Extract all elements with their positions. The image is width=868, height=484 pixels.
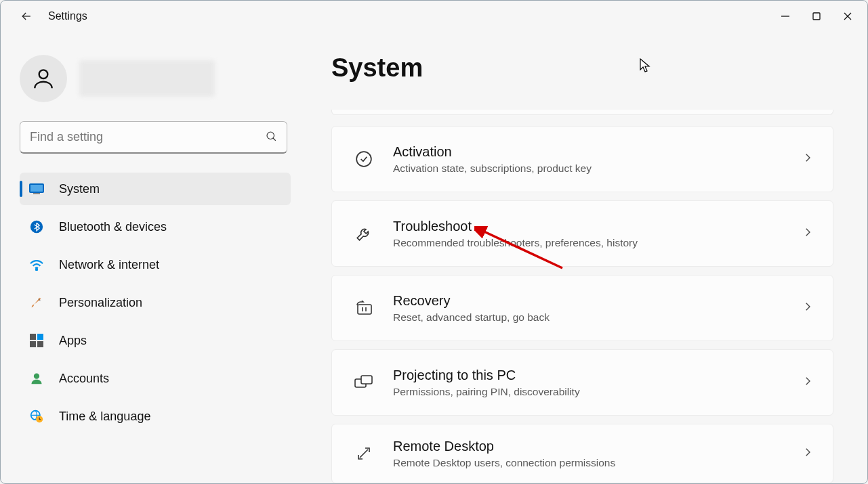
- sidebar-item-apps[interactable]: Apps: [20, 324, 291, 357]
- sidebar-item-label: Bluetooth & devices: [59, 220, 167, 234]
- previous-item-peek: [331, 110, 833, 115]
- user-name-redacted: [79, 60, 215, 97]
- main-panel: System Activation Activation state, subs…: [291, 32, 861, 483]
- sidebar-item-label: Time & language: [59, 410, 150, 424]
- sidebar-item-label: Apps: [59, 334, 87, 348]
- item-title: Projecting to this PC: [393, 368, 802, 383]
- sidebar-item-bluetooth[interactable]: Bluetooth & devices: [20, 211, 291, 243]
- titlebar: Settings: [1, 1, 867, 32]
- item-subtitle: Reset, advanced startup, go back: [393, 311, 802, 324]
- sidebar-item-label: Network & internet: [59, 258, 159, 272]
- svg-rect-8: [30, 185, 43, 192]
- svg-rect-9: [33, 193, 40, 194]
- chevron-right-icon: [802, 375, 814, 390]
- chevron-right-icon: [802, 301, 814, 315]
- item-title: Troubleshoot: [393, 219, 802, 234]
- svg-rect-14: [30, 341, 36, 347]
- sidebar-item-network[interactable]: Network & internet: [20, 248, 291, 281]
- close-button[interactable]: [832, 5, 863, 27]
- maximize-button[interactable]: [801, 5, 832, 27]
- svg-point-5: [267, 132, 274, 139]
- sidebar-item-system[interactable]: System: [20, 173, 291, 205]
- svg-rect-15: [37, 341, 43, 347]
- projecting-icon: [351, 375, 377, 390]
- system-icon: [29, 181, 44, 196]
- svg-rect-12: [30, 334, 36, 340]
- check-circle-icon: [351, 150, 377, 168]
- brush-icon: [29, 295, 44, 310]
- page-title: System: [331, 53, 861, 83]
- accounts-icon: [29, 371, 44, 386]
- chevron-right-icon: [802, 152, 814, 167]
- sidebar-item-label: System: [59, 182, 100, 196]
- item-subtitle: Recommended troubleshooters, preferences…: [393, 237, 802, 249]
- settings-item-remote-desktop[interactable]: Remote Desktop Remote Desktop users, con…: [331, 424, 833, 483]
- sidebar-item-time-language[interactable]: Time & language: [20, 400, 291, 433]
- sidebar-item-label: Personalization: [59, 296, 142, 310]
- settings-item-recovery[interactable]: Recovery Reset, advanced startup, go bac…: [331, 275, 833, 341]
- svg-line-6: [273, 138, 276, 141]
- settings-item-projecting[interactable]: Projecting to this PC Permissions, pairi…: [331, 349, 833, 416]
- item-title: Recovery: [393, 293, 802, 309]
- svg-point-11: [36, 269, 37, 270]
- item-title: Activation: [393, 144, 802, 160]
- svg-point-19: [356, 152, 371, 167]
- item-subtitle: Activation state, subscriptions, product…: [393, 162, 802, 175]
- sidebar-item-personalization[interactable]: Personalization: [20, 286, 291, 319]
- svg-point-4: [39, 70, 48, 79]
- settings-item-troubleshoot[interactable]: Troubleshoot Recommended troubleshooters…: [331, 200, 833, 267]
- svg-rect-20: [358, 305, 371, 314]
- item-title: Remote Desktop: [393, 439, 802, 454]
- svg-rect-13: [37, 334, 43, 340]
- search-icon: [265, 130, 277, 145]
- avatar: [20, 55, 67, 102]
- sidebar-item-accounts[interactable]: Accounts: [20, 362, 291, 395]
- recovery-icon: [351, 301, 377, 315]
- apps-icon: [29, 333, 44, 348]
- search-box[interactable]: [20, 121, 287, 154]
- remote-desktop-icon: [351, 445, 377, 462]
- nav-list: System Bluetooth & devices Network & int…: [20, 173, 291, 433]
- app-title: Settings: [48, 10, 87, 22]
- chevron-right-icon: [802, 226, 814, 241]
- svg-rect-22: [361, 376, 372, 384]
- wrench-icon: [351, 225, 377, 242]
- user-profile[interactable]: [20, 55, 291, 102]
- wifi-icon: [29, 257, 44, 272]
- bluetooth-icon: [29, 219, 44, 234]
- back-button[interactable]: [14, 4, 39, 28]
- minimize-button[interactable]: [770, 5, 801, 27]
- svg-point-16: [34, 374, 39, 379]
- settings-item-activation[interactable]: Activation Activation state, subscriptio…: [331, 126, 833, 192]
- globe-clock-icon: [29, 409, 44, 424]
- chevron-right-icon: [802, 446, 814, 461]
- sidebar-item-label: Accounts: [59, 372, 109, 386]
- search-input[interactable]: [30, 130, 260, 144]
- sidebar: System Bluetooth & devices Network & int…: [20, 32, 291, 483]
- svg-rect-1: [813, 13, 820, 20]
- item-subtitle: Remote Desktop users, connection permiss…: [393, 457, 802, 469]
- item-subtitle: Permissions, pairing PIN, discoverabilit…: [393, 386, 802, 398]
